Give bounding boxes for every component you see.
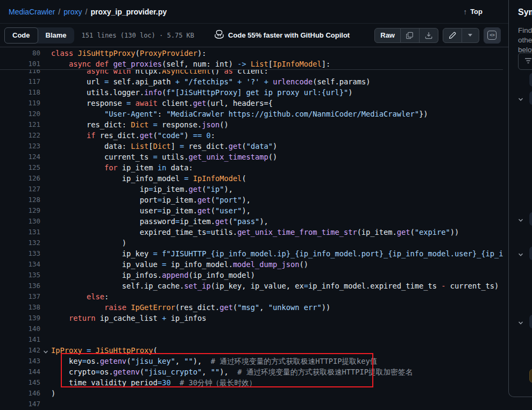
- symbol-chip[interactable]: [529, 91, 532, 105]
- code-token: ): [184, 131, 193, 140]
- symbols-filter-input[interactable]: [518, 53, 532, 70]
- code-line: 133 ip_key = f"JISUHTTP_{ip_info_model.i…: [0, 248, 503, 259]
- code-token: IpGetError: [131, 303, 175, 312]
- line-number[interactable]: 120: [0, 109, 40, 119]
- symbols-panel-toggle-button[interactable]: <>: [484, 27, 501, 44]
- line-number[interactable]: 136: [0, 280, 40, 291]
- code-token: in: [158, 163, 166, 172]
- symbol-chip[interactable]: [529, 212, 532, 226]
- code-token: [51, 314, 69, 322]
- line-number[interactable]: 147: [0, 399, 40, 409]
- code-text: ip_value = ip_info_model.model_dump_json…: [51, 259, 308, 270]
- edit-button[interactable]: [443, 28, 462, 43]
- line-number[interactable]: 144: [0, 366, 40, 377]
- code-line: 135 ip_infos.append(ip_info_model): [0, 270, 503, 280]
- line-number[interactable]: 125: [0, 162, 40, 173]
- code-token: ->: [237, 60, 246, 68]
- copilot-banner-label: Code 55% faster with GitHub Copilot: [228, 31, 350, 39]
- code-token: get: [229, 142, 242, 150]
- code-token: (res_dict.: [175, 303, 219, 312]
- symbol-chip[interactable]: [529, 73, 532, 87]
- code-token: f"JISUHTTP_{ip_info_model.ip}_{ip_info_m…: [162, 249, 503, 258]
- line-number[interactable]: 141: [0, 334, 40, 345]
- tab-code[interactable]: Code: [4, 27, 38, 44]
- line-number[interactable]: 142: [0, 345, 40, 356]
- code-viewer: 116 async with httpx.AsyncClient() as cl…: [0, 48, 503, 410]
- code-token: await: [136, 99, 158, 107]
- code-token: ip_cache_list: [95, 314, 162, 322]
- code-line: 127 ip=ip_item.get("ip"),: [0, 184, 503, 195]
- code-token: crypto: [51, 368, 95, 376]
- line-number[interactable]: 131: [0, 227, 40, 238]
- line-number[interactable]: 80: [0, 48, 40, 59]
- code-token: ,: [259, 303, 268, 312]
- code-token: (: [410, 228, 415, 236]
- code-token: IpInfoModel: [193, 174, 242, 183]
- back-to-top-link[interactable]: ↑ Top: [463, 8, 483, 16]
- raw-button[interactable]: Raw: [374, 28, 401, 43]
- line-number[interactable]: 138: [0, 302, 40, 313]
- line-number[interactable]: 128: [0, 195, 40, 205]
- code-token: get: [188, 185, 202, 193]
- code-token: (: [242, 174, 246, 183]
- symbols-panel-row: [509, 73, 532, 87]
- line-number[interactable]: 133: [0, 248, 40, 259]
- download-button[interactable]: [420, 28, 438, 43]
- line-number[interactable]: 145: [0, 377, 40, 388]
- code-line: 147: [0, 399, 503, 409]
- code-text: return ip_cache_list + ip_infos: [51, 313, 206, 323]
- code-token: 30: [162, 378, 171, 387]
- code-token: class: [51, 49, 73, 57]
- line-number[interactable]: 129: [0, 205, 40, 216]
- code-token: [51, 131, 87, 140]
- line-number[interactable]: 118: [0, 87, 40, 98]
- chevron-down-icon[interactable]: [517, 216, 524, 226]
- line-number[interactable]: 119: [0, 98, 40, 109]
- line-number[interactable]: 101: [0, 59, 40, 69]
- code-token: ip_key: [51, 249, 153, 258]
- line-number[interactable]: 137: [0, 291, 40, 302]
- line-number[interactable]: 139: [0, 313, 40, 323]
- line-number[interactable]: 135: [0, 270, 40, 280]
- code-token: )): [322, 303, 330, 312]
- line-number[interactable]: 126: [0, 173, 40, 184]
- copilot-icon: [215, 30, 224, 41]
- chevron-down-icon[interactable]: [517, 95, 524, 105]
- line-number[interactable]: 127: [0, 184, 40, 195]
- copilot-banner[interactable]: Code 55% faster with GitHub Copilot: [215, 30, 350, 41]
- symbol-chip[interactable]: [529, 247, 532, 260]
- line-number[interactable]: 132: [0, 238, 40, 248]
- line-number[interactable]: 121: [0, 119, 40, 130]
- code-token: get: [215, 217, 229, 226]
- tab-blame[interactable]: Blame: [38, 27, 74, 44]
- breadcrumb-dir-link[interactable]: proxy: [63, 8, 82, 16]
- chevron-down-icon[interactable]: [517, 319, 524, 328]
- line-number[interactable]: 122: [0, 130, 40, 141]
- chevron-down-icon[interactable]: [517, 250, 524, 260]
- edit-dropdown-button[interactable]: [462, 28, 479, 43]
- code-text: current_ts = utils.get_unix_timestamp(): [51, 152, 277, 162]
- line-number[interactable]: 130: [0, 216, 40, 227]
- code-token: model_dump_json: [233, 260, 300, 269]
- line-number[interactable]: 134: [0, 259, 40, 270]
- code-token: current_ts: [51, 153, 153, 161]
- code-token: :: [104, 292, 109, 301]
- line-number[interactable]: 123: [0, 141, 40, 152]
- line-number[interactable]: 140: [0, 323, 40, 334]
- symbol-chip[interactable]: [529, 369, 532, 383]
- line-number[interactable]: 124: [0, 152, 40, 162]
- line-number[interactable]: 146: [0, 388, 40, 399]
- symbol-chip[interactable]: [529, 315, 532, 328]
- code-text: time_validity_period=30 # 30分钟（最长时效）: [51, 377, 256, 388]
- code-token: ): [51, 239, 126, 247]
- copy-button[interactable]: [401, 28, 420, 43]
- code-line: 120 "User-Agent": "MediaCrawler https://…: [0, 109, 503, 119]
- line-number[interactable]: 117: [0, 76, 40, 87]
- line-number[interactable]: 143: [0, 356, 40, 366]
- symbols-panel-row: [509, 91, 532, 105]
- code-line: 121 res_dict: Dict = response.json(): [0, 119, 503, 130]
- code-token: ]:: [322, 60, 330, 68]
- code-line: 140: [0, 323, 503, 334]
- code-token: set_ip: [184, 282, 210, 290]
- breadcrumb-repo-link[interactable]: MediaCrawler: [9, 8, 55, 16]
